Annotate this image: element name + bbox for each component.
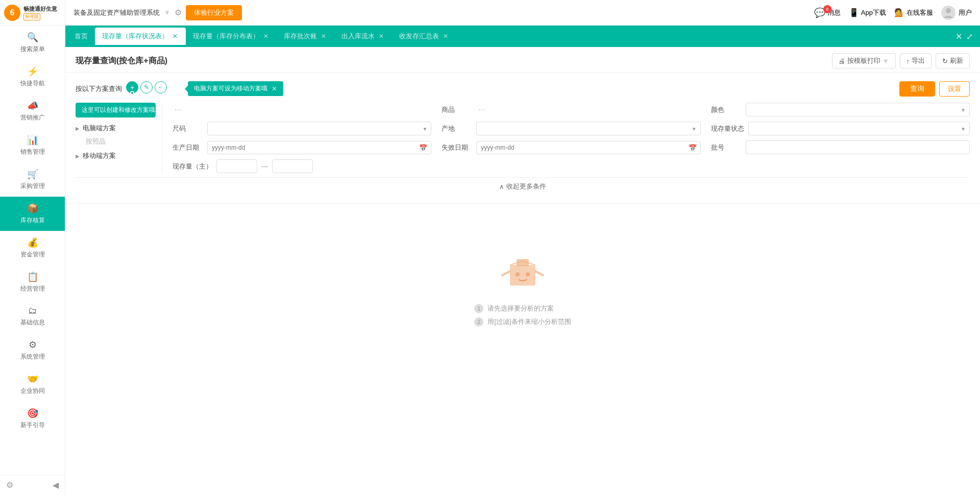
tab-close-batch-account[interactable]: ✕ — [320, 33, 327, 40]
tab-receive-summary[interactable]: 收发存汇总表 ✕ — [392, 28, 456, 45]
system-name: 装备及固定资产辅助管理系统 — [74, 8, 160, 17]
origin-select[interactable] — [476, 122, 700, 135]
refresh-button[interactable]: ↻ 刷新 — [936, 53, 970, 68]
app-download-action[interactable]: 📱 App下载 — [849, 8, 886, 17]
page-title: 现存量查询(按仓库+商品) — [76, 56, 167, 66]
filter-stock-main: 现存量（主） — — [173, 159, 431, 173]
quick-nav-icon: ⚡ — [27, 66, 38, 77]
stock-status-select[interactable] — [748, 122, 970, 135]
sidebar-footer: ⚙ ◀ — [0, 475, 65, 495]
goods-dots[interactable]: ··· — [476, 105, 487, 114]
scheme-tooltip-close[interactable]: ✕ — [272, 85, 277, 92]
filter-row-2: 尺码 ▼ 产地 ▼ — [173, 122, 970, 135]
collapse-sidebar-icon[interactable]: ◀ — [53, 480, 59, 490]
close-all-tabs-icon[interactable]: ✕ — [954, 31, 963, 42]
tab-home[interactable]: 首页 — [67, 28, 95, 45]
settings-footer-icon[interactable]: ⚙ — [6, 480, 13, 490]
size-select-wrapper: ▼ — [207, 122, 431, 135]
export-icon: ↑ — [906, 57, 910, 65]
back-scheme-btn[interactable]: ← — [155, 81, 167, 93]
filter-row-3: 生产日期 📅 失效日期 📅 — [173, 140, 970, 154]
user-avatar — [941, 6, 955, 20]
batch-no-input[interactable] — [746, 140, 970, 154]
tab-close-inventory-dist[interactable]: ✕ — [262, 33, 270, 40]
page-header: 现存量查询(按仓库+商品) 🖨 按模板打印 ▼ ↑ 导出 ↻ 刷新 — [65, 47, 980, 73]
sidebar-item-basic[interactable]: 🗂 基础信息 — [0, 299, 65, 333]
sidebar-item-label: 快捷导航 — [20, 79, 45, 88]
edit-scheme-btn[interactable]: ✎ — [140, 81, 153, 93]
mobile-scheme-label: 移动端方案 — [83, 151, 116, 160]
sidebar-item-finance[interactable]: 💰 资金管理 — [0, 231, 65, 265]
stock-main-input-2[interactable] — [272, 159, 313, 173]
prod-date-input[interactable] — [207, 141, 431, 154]
logo-icon: 6 — [4, 5, 20, 21]
scheme-panel-row: 这里可以创建和修改方案哦 ✕ ▶ 电脑端方案 按照品 — [76, 103, 970, 173]
tab-in-out-flow-label: 出入库流水 — [341, 32, 375, 41]
tab-home-label: 首页 — [75, 32, 88, 41]
tab-in-out-flow[interactable]: 出入库流水 ✕ — [334, 28, 392, 45]
tab-close-receive-summary[interactable]: ✕ — [442, 33, 449, 40]
svg-point-3 — [516, 272, 520, 276]
tab-close-inventory-status[interactable]: ✕ — [172, 33, 179, 40]
svg-point-0 — [946, 8, 951, 13]
sidebar-item-inventory[interactable]: 📦 库存核算 — [0, 197, 65, 231]
trial-button[interactable]: 体验行业方案 — [186, 5, 242, 20]
settings-icon[interactable]: ⚙ — [175, 8, 182, 17]
size-select[interactable] — [207, 122, 431, 135]
filter-buttons: + ✎ ← — [126, 81, 167, 93]
expire-date-input[interactable] — [476, 141, 700, 154]
tab-inventory-status[interactable]: 现存量（库存状况表） ✕ — [95, 28, 186, 45]
tab-batch-account-label: 库存批次账 — [284, 32, 317, 41]
topbar-right: 💬 8 消息 📱 App下载 💁 在线客服 用户 — [814, 6, 972, 20]
settings-button[interactable]: 设置 — [939, 81, 970, 97]
export-button[interactable]: ↑ 导出 — [900, 53, 932, 68]
filter-row-4: 现存量（主） — — [173, 159, 970, 173]
desktop-arrow-icon: ▶ — [76, 126, 80, 131]
tab-batch-account[interactable]: 库存批次账 ✕ — [277, 28, 334, 45]
sidebar-item-label: 库存核算 — [20, 216, 45, 225]
tab-inventory-status-label: 现存量（库存状况表） — [102, 32, 168, 41]
sidebar-item-collab[interactable]: 🤝 企业协同 — [0, 367, 65, 402]
refresh-icon: ↻ — [942, 57, 948, 65]
tab-inventory-dist[interactable]: 现存量（库存分布表） ✕ — [186, 28, 277, 45]
sidebar-item-sales[interactable]: 📊 销售管理 — [0, 128, 65, 162]
origin-select-wrapper: ▼ — [476, 122, 700, 135]
svg-point-4 — [526, 272, 530, 276]
filter-batch-no: 批号 — [711, 140, 970, 154]
page-inner: 现存量查询(按仓库+商品) 🖨 按模板打印 ▼ ↑ 导出 ↻ 刷新 — [65, 47, 980, 495]
sidebar-item-label: 销售管理 — [20, 148, 45, 156]
topbar-left: 装备及固定资产辅助管理系统 ▼ ⚙ 体验行业方案 — [74, 5, 242, 20]
stock-status-select-wrapper: ▼ — [748, 122, 970, 135]
desktop-scheme-item-1[interactable]: 按照品 — [76, 135, 156, 148]
message-action[interactable]: 💬 8 消息 — [814, 7, 841, 18]
sidebar-item-guide[interactable]: 🎯 新手引导 — [0, 402, 65, 436]
filter-section: 按以下方案查询 + ✎ ← — [65, 73, 980, 204]
sidebar-item-quick[interactable]: ⚡ 快捷导航 — [0, 60, 65, 94]
maximize-icon[interactable]: ⤢ — [965, 31, 974, 42]
collapse-arrow-icon: ∧ — [499, 183, 504, 191]
sidebar-item-marketing[interactable]: 📣 营销推广 — [0, 94, 65, 128]
filter-label: 按以下方案查询 — [76, 84, 122, 93]
tab-receive-summary-label: 收发存汇总表 — [399, 32, 439, 41]
desktop-scheme-header[interactable]: ▶ 电脑端方案 — [76, 122, 156, 135]
user-profile[interactable]: 用户 — [941, 6, 972, 20]
color-select[interactable] — [746, 103, 970, 116]
warehouse-dots[interactable]: ··· — [173, 105, 183, 114]
stock-main-input[interactable] — [216, 159, 257, 173]
sidebar-item-operations[interactable]: 📋 经营管理 — [0, 265, 65, 299]
collapse-button[interactable]: ∧ 收起更多条件 — [76, 177, 970, 195]
sidebar-item-label: 新手引导 — [20, 421, 45, 430]
add-scheme-btn[interactable]: + — [126, 81, 138, 93]
sidebar-item-purchase[interactable]: 🛒 采购管理 — [0, 162, 65, 197]
empty-steps: 1 请先选择要分析的方案 2 用[过滤]条件来缩小分析范围 — [474, 304, 571, 331]
print-button[interactable]: 🖨 按模板打印 ▼ — [832, 53, 896, 68]
create-tooltip-close[interactable]: ✕ — [159, 106, 165, 114]
sidebar-item-search[interactable]: 🔍 搜索菜单 — [0, 26, 65, 60]
sidebar-item-label: 搜索菜单 — [20, 45, 45, 54]
empty-step-2: 2 用[过滤]条件来缩小分析范围 — [474, 317, 571, 326]
mobile-scheme-header[interactable]: ▶ 移动端方案 — [76, 149, 156, 162]
sidebar-item-system[interactable]: ⚙ 系统管理 — [0, 333, 65, 367]
query-button[interactable]: 查询 — [899, 81, 935, 97]
tab-close-in-out-flow[interactable]: ✕ — [378, 33, 385, 40]
service-action[interactable]: 💁 在线客服 — [894, 8, 933, 17]
